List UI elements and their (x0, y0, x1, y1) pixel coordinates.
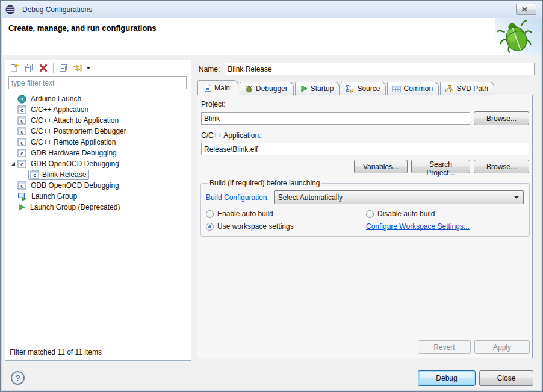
project-label: Project: (201, 100, 532, 108)
new-configuration-button[interactable] (7, 61, 22, 75)
collapse-all-icon (58, 63, 68, 73)
tree-item-c-c-attach-to-application[interactable]: cC/C++ Attach to Application (5, 115, 191, 126)
source-icon (346, 84, 355, 93)
configure-workspace-settings-link[interactable]: Configure Workspace Settings... (366, 222, 470, 231)
svg-text:c: c (20, 151, 23, 157)
tab-label: Common (403, 84, 433, 93)
tree-item-gdb-openocd-debugging[interactable]: cGDB OpenOCD Debugging (5, 158, 191, 169)
tab-startup[interactable]: Startup (295, 82, 340, 95)
project-input[interactable] (201, 112, 470, 125)
config-tabbar: MainDebuggerStartupSourceCommonSVD Path (197, 79, 533, 95)
build-configuration-combo[interactable]: Select Automatically (274, 190, 524, 204)
play-icon (300, 84, 308, 93)
beetle-icon (497, 18, 535, 55)
tree-item-label: Arduino Launch (29, 94, 83, 104)
expander-spacer (9, 181, 17, 190)
debug-bug-icon (497, 18, 535, 55)
tab-common[interactable]: Common (387, 82, 439, 95)
tree-item-gdb-openocd-debugging[interactable]: cGDB OpenOCD Debugging (5, 180, 191, 191)
close-icon (521, 7, 528, 12)
selected-tree-item: cBlink Release (28, 170, 89, 180)
dialog-header: Create, manage, and run configurations (2, 18, 541, 55)
filter-configurations-button[interactable] (70, 61, 85, 75)
tree-item-label: Blink Release (42, 170, 87, 179)
variables-button[interactable]: Variables... (354, 160, 408, 173)
tree-item-label: GDB OpenOCD Debugging (29, 181, 121, 190)
revert-button[interactable]: Revert (418, 340, 471, 354)
name-input[interactable] (225, 63, 535, 75)
help-button[interactable]: ? (11, 371, 25, 385)
tree-item-arduino-launch[interactable]: Arduino Launch (5, 93, 191, 104)
eclipse-icon (5, 5, 15, 14)
build-configuration-link[interactable]: Build Configuration: (206, 193, 269, 202)
tree-item-launch-group-deprecated[interactable]: Launch Group (Deprecated) (5, 202, 191, 213)
application-label: C/C++ Application: (201, 131, 532, 140)
toolbar-separator (53, 63, 54, 73)
expander-spacer (9, 95, 17, 103)
build-group-title: Build (if required) before launching (208, 179, 321, 187)
toolbar-dropdown-arrow[interactable] (85, 61, 92, 75)
c-app-icon: c (17, 116, 26, 125)
c-app-icon: c (17, 160, 26, 168)
delete-icon (39, 64, 48, 72)
expander-spacer (9, 149, 17, 157)
launch-group-deprecated-icon (17, 203, 26, 211)
c-app-icon: c (17, 181, 26, 190)
tab-main[interactable]: Main (197, 80, 238, 95)
expander-spacer (9, 127, 17, 135)
tree-item-c-c-postmortem-debugger[interactable]: cC/C++ Postmortem Debugger (5, 126, 191, 137)
launch-group-icon (17, 191, 27, 201)
duplicate-configuration-button[interactable] (22, 61, 36, 75)
tab-svd-path[interactable]: SVD Path (440, 82, 494, 95)
hierarchy-icon (445, 84, 454, 93)
tree-item-gdb-hardware-debugging[interactable]: cGDB Hardware Debugging (5, 148, 191, 158)
apply-button[interactable]: Apply (474, 340, 530, 354)
collapse-all-button[interactable] (56, 61, 70, 75)
tree-item-c-c-application[interactable]: cC/C++ Application (5, 104, 191, 115)
delete-configuration-button[interactable] (36, 61, 51, 75)
debug-button[interactable]: Debug (418, 370, 476, 386)
build-configuration-value: Select Automatically (278, 193, 343, 202)
c-app-icon: c (17, 127, 26, 135)
tab-label: SVD Path (456, 84, 488, 93)
filter-input[interactable] (8, 76, 187, 89)
tab-debugger[interactable]: Debugger (240, 82, 294, 95)
application-browse-button[interactable]: Browse... (474, 160, 529, 173)
expander-spacer (9, 203, 17, 211)
tab-label: Debugger (256, 84, 288, 93)
enable-auto-build-radio[interactable] (206, 210, 214, 218)
bug-icon (244, 84, 253, 93)
search-project-button[interactable]: Search Project... (411, 160, 470, 173)
disable-auto-build-radio[interactable] (366, 210, 374, 218)
document-icon (203, 83, 212, 92)
expander-spacer (9, 138, 17, 146)
tree-item-blink-release[interactable]: cBlink Release (5, 169, 191, 180)
tree-item-label: C/C++ Postmortem Debugger (29, 126, 128, 136)
c-app-icon: c (17, 138, 26, 146)
debug-configurations-dialog: Debug Configurations Create, manage, and… (0, 0, 543, 392)
svg-text:c: c (20, 183, 23, 189)
table-icon (392, 85, 401, 93)
window-close-button[interactable] (516, 4, 536, 15)
svg-text:c: c (33, 172, 36, 178)
tree-item-c-c-remote-application[interactable]: cC/C++ Remote Application (5, 137, 191, 148)
expander-spacer (9, 105, 17, 114)
expander-icon[interactable] (9, 160, 17, 168)
help-icon: ? (15, 373, 20, 383)
tab-source[interactable]: Source (341, 82, 386, 95)
expander-spacer (20, 170, 28, 179)
close-button[interactable]: Close (479, 370, 533, 386)
filter-status: Filter matched 11 of 11 items (10, 348, 102, 356)
combo-arrow-icon (514, 196, 519, 199)
application-input[interactable] (201, 143, 529, 155)
disable-auto-build-label: Disable auto build (377, 210, 435, 218)
titlebar[interactable]: Debug Configurations (1, 1, 542, 18)
use-workspace-settings-radio[interactable] (206, 223, 214, 231)
tree-item-label: C/C++ Remote Application (29, 137, 117, 147)
svg-text:c: c (20, 107, 23, 113)
project-browse-button[interactable]: Browse... (474, 111, 529, 125)
tree-item-launch-group[interactable]: Launch Group (5, 191, 191, 202)
tab-label: Main (214, 84, 230, 92)
configuration-detail-panel: Name: MainDebuggerStartupSourceCommonSVD… (196, 55, 538, 361)
svg-text:c: c (20, 118, 23, 124)
